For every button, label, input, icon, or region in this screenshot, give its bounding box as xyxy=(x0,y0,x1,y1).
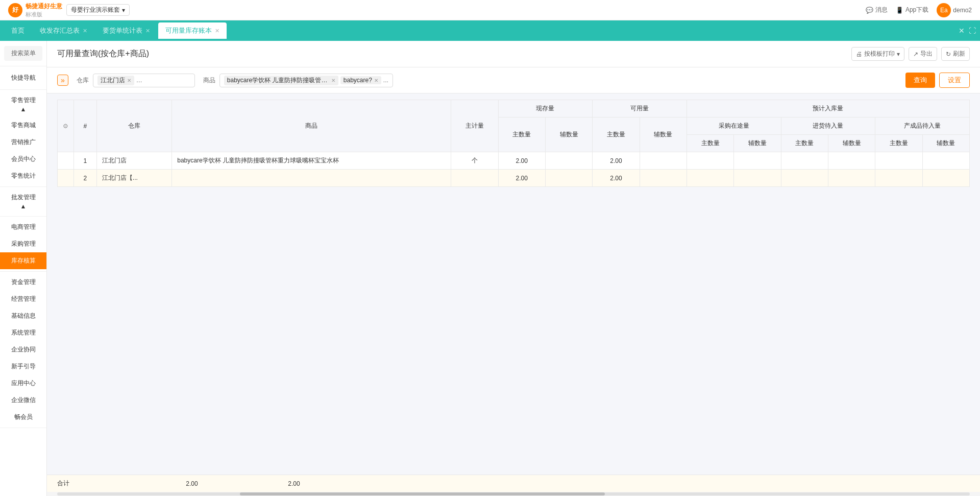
cell-pur-pending-main-subtotal xyxy=(781,170,828,187)
page-header: 可用量查询(按仓库+商品) 🖨 按模板打印 ▾ ↗ 导出 ↻ 刷新 xyxy=(47,41,980,67)
arrow-icon: ▲ xyxy=(20,203,27,210)
close-icon[interactable]: ✕ xyxy=(83,28,87,34)
cell-pur-pending-aux xyxy=(828,152,875,170)
tag-close-icon[interactable]: ✕ xyxy=(374,78,378,83)
sidebar-item-qiyexietong[interactable]: 企业协同 xyxy=(0,341,46,358)
product-more[interactable]: ... xyxy=(383,77,388,84)
sidebar-item-lingshouchengxi[interactable]: 零售商城 xyxy=(0,117,46,134)
sidebar-item-jichu[interactable]: 基础信息 xyxy=(0,308,46,324)
warehouse-more[interactable]: … xyxy=(136,77,142,84)
tag-close-icon[interactable]: ✕ xyxy=(127,78,131,83)
cell-prod-pending-main-subtotal xyxy=(875,170,922,187)
sidebar-section-wholesale: 批发管理 ▲ xyxy=(0,187,46,217)
window-expand-button[interactable]: ⛶ xyxy=(969,27,976,35)
warehouse-tag-jiangbei[interactable]: 江北门店 ✕ xyxy=(97,76,134,85)
tenant-selector[interactable]: 母婴行业演示账套 ▾ xyxy=(66,4,130,16)
sidebar-item-yingyongzhongxin[interactable]: 应用中心 xyxy=(0,375,46,392)
col-settings-header[interactable]: ⚙ xyxy=(58,100,74,152)
col-no-header: # xyxy=(74,100,97,152)
table-row-subtotal: 2 江北门店【... 2.00 2.00 xyxy=(58,170,970,187)
col-stock-main-header: 主数量 xyxy=(498,117,545,152)
tab-yaohuo[interactable]: 要货单统计表 ✕ xyxy=(95,22,157,39)
sidebar-item-xitong[interactable]: 系统管理 xyxy=(0,324,46,341)
arrow-icon: ▲ xyxy=(20,106,27,113)
top-bar-left: 好 畅捷通好生意 标准版 母婴行业演示账套 ▾ xyxy=(8,2,130,18)
cell-warehouse-subtotal: 江北门店【... xyxy=(96,170,172,187)
print-button[interactable]: 🖨 按模板打印 ▾ xyxy=(851,47,904,61)
warehouse-input[interactable]: 江北门店 ✕ … xyxy=(93,74,195,87)
sidebar-item-caigou[interactable]: 采购管理 xyxy=(0,235,46,252)
tab-keyongliang[interactable]: 可用量库存账本 ✕ xyxy=(158,22,227,39)
export-button[interactable]: ↗ 导出 xyxy=(909,47,937,61)
sidebar-section-retail: 零售管理 ▲ 零售商城 营销推广 会员中心 零售统计 xyxy=(0,90,46,187)
logo-text: 畅捷通好生意 标准版 xyxy=(26,2,62,18)
product-filter-group: 商品 babycare学饮杯 儿童防摔防撞吸管杯重力球吸嘴杯宝宝水杯 ✕ bab… xyxy=(203,74,393,87)
top-bar-right: 💬 消息 📱 App下载 Ea demo2 xyxy=(866,3,972,17)
cell-avail-main: 2.00 xyxy=(593,152,640,170)
sidebar-item-changyuanv[interactable]: 畅会员 xyxy=(0,409,46,426)
avatar: Ea xyxy=(937,3,951,17)
sidebar-item-lingshouzuanli[interactable]: 零售管理 ▲ xyxy=(0,92,46,117)
cell-pur-transit-aux xyxy=(734,152,781,170)
nav-tabs: 首页 收发存汇总表 ✕ 要货单统计表 ✕ 可用量库存账本 ✕ ✕ ⛶ xyxy=(0,20,980,41)
col-pur-transit-main-header: 主数量 xyxy=(687,135,733,152)
sidebar-item-dianshang[interactable]: 电商管理 xyxy=(0,219,46,235)
page-actions: 🖨 按模板打印 ▾ ↗ 导出 ↻ 刷新 xyxy=(851,47,970,61)
data-table: ⚙ # 仓库 商品 主计量 现存量 可用量 预计入库量 主数量 辅数量 主数量 xyxy=(57,100,970,187)
product-input[interactable]: babycare学饮杯 儿童防摔防撞吸管杯重力球吸嘴杯宝宝水杯 ✕ babyca… xyxy=(219,74,393,87)
cell-prod-pending-aux xyxy=(922,152,969,170)
sidebar-item-qiyeweixin[interactable]: 企业微信 xyxy=(0,392,46,409)
message-button[interactable]: 💬 消息 xyxy=(866,6,888,14)
chevron-down-icon: ▾ xyxy=(897,51,900,58)
filter-expand-button[interactable]: » xyxy=(57,75,68,86)
search-menu-button[interactable]: 搜索菜单 xyxy=(4,46,42,61)
filter-bar: » 仓库 江北门店 ✕ … 商品 babycare学饮杯 儿童防摔防撞吸管杯重力… xyxy=(47,67,980,93)
col-prod-pending-header: 产成品待入量 xyxy=(875,117,970,135)
total-avail-main: 2.00 xyxy=(263,480,325,487)
close-icon[interactable]: ✕ xyxy=(215,28,219,34)
sidebar-item-lingshoutongji[interactable]: 零售统计 xyxy=(0,168,46,184)
scrollbar-thumb[interactable] xyxy=(240,492,605,495)
content-area: 可用量查询(按仓库+商品) 🖨 按模板打印 ▾ ↗ 导出 ↻ 刷新 » xyxy=(47,41,980,496)
query-button[interactable]: 查询 xyxy=(905,73,935,88)
tab-shoufa[interactable]: 收发存汇总表 ✕ xyxy=(33,22,94,39)
product-tag-babycare[interactable]: babycare学饮杯 儿童防摔防撞吸管杯重力球吸嘴杯宝宝水杯 ✕ xyxy=(224,76,338,85)
sidebar-item-xinshouyindao[interactable]: 新手引导 xyxy=(0,358,46,375)
close-icon[interactable]: ✕ xyxy=(145,28,150,34)
cell-avail-main-subtotal: 2.00 xyxy=(593,170,640,187)
user-menu[interactable]: Ea demo2 xyxy=(937,3,972,17)
horizontal-scrollbar[interactable] xyxy=(47,492,980,496)
window-close-button[interactable]: ✕ xyxy=(959,27,965,35)
product-label: 商品 xyxy=(203,76,215,85)
table-row: 1 江北门店 babycare学饮杯 儿童防摔防撞吸管杯重力球吸嘴杯宝宝水杯 个… xyxy=(58,152,970,170)
warehouse-filter-group: 仓库 江北门店 ✕ … xyxy=(77,74,195,87)
sidebar-nav: 快捷导航 xyxy=(0,66,46,90)
cell-pur-transit-main-subtotal xyxy=(687,170,733,187)
sidebar-item-yingxiao[interactable]: 营销推广 xyxy=(0,134,46,151)
col-warehouse-header: 仓库 xyxy=(96,100,172,152)
scrollbar-track[interactable] xyxy=(57,492,970,495)
refresh-button[interactable]: ↻ 刷新 xyxy=(941,47,970,61)
tab-home[interactable]: 首页 xyxy=(4,22,32,39)
cell-stock-aux xyxy=(545,152,592,170)
app-download-button[interactable]: 📱 App下载 xyxy=(896,6,928,14)
sidebar: 搜索菜单 快捷导航 零售管理 ▲ 零售商城 营销推广 会员中心 零售统计 xyxy=(0,41,47,496)
col-prod-pending-aux-header: 辅数量 xyxy=(922,135,969,152)
printer-icon: 🖨 xyxy=(856,51,862,58)
settings-icon[interactable]: ⚙ xyxy=(63,123,68,130)
total-stock-main: 2.00 xyxy=(161,480,223,487)
cell-pur-transit-aux-subtotal xyxy=(734,170,781,187)
sidebar-item-jingying[interactable]: 经营管理 xyxy=(0,291,46,308)
table-container[interactable]: ⚙ # 仓库 商品 主计量 现存量 可用量 预计入库量 主数量 辅数量 主数量 xyxy=(47,93,980,475)
cell-pur-pending-aux-subtotal xyxy=(828,170,875,187)
sidebar-item-huiyuan[interactable]: 会员中心 xyxy=(0,151,46,168)
warehouse-label: 仓库 xyxy=(77,76,89,85)
settings-button[interactable]: 设置 xyxy=(939,73,970,88)
product-tag-babycare2[interactable]: babycare? ✕ xyxy=(340,76,381,84)
sidebar-item-kucun[interactable]: 库存核算 xyxy=(0,252,46,269)
cell-prod-pending-aux-subtotal xyxy=(922,170,969,187)
sidebar-item-zijin[interactable]: 资金管理 xyxy=(0,274,46,291)
tag-close-icon[interactable]: ✕ xyxy=(331,78,335,83)
sidebar-item-pifa[interactable]: 批发管理 ▲ xyxy=(0,189,46,214)
sidebar-item-kuaijie[interactable]: 快捷导航 xyxy=(0,69,46,86)
